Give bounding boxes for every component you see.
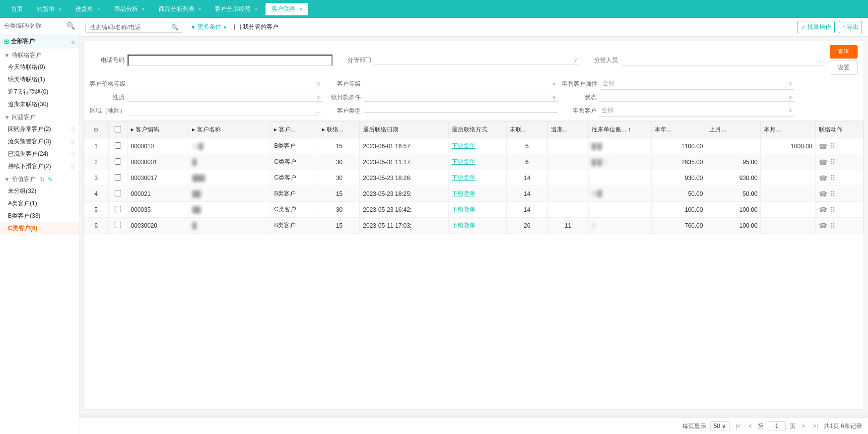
sidebar-item-7day-contact[interactable]: 近7天待联络(0) bbox=[0, 86, 79, 98]
next-page-button[interactable]: > bbox=[800, 422, 807, 431]
this-month-amount: 1000.00 bbox=[761, 138, 815, 154]
sidebar-group-pending[interactable]: ▼ 待联络客户 bbox=[0, 49, 79, 61]
last-page-button[interactable]: >| bbox=[811, 422, 820, 431]
nav-customer-segment[interactable]: 客户分层经营 × bbox=[209, 3, 264, 15]
search-input[interactable] bbox=[90, 24, 169, 31]
filter-payment-select[interactable]: ∨ bbox=[364, 93, 558, 102]
contact-days: 30 bbox=[319, 154, 360, 170]
sidebar-item-overdue-contact[interactable]: 逾期未联络(30) bbox=[0, 98, 79, 111]
contact-action-icon[interactable]: ☎ bbox=[819, 174, 827, 182]
close-icon[interactable]: × bbox=[255, 6, 258, 12]
page-number-input[interactable] bbox=[768, 421, 786, 431]
filter-customer-level-select[interactable]: ∨ bbox=[364, 79, 558, 88]
row-checkbox[interactable] bbox=[115, 222, 121, 228]
sidebar-item-class-b[interactable]: B类客户(33) bbox=[0, 210, 79, 222]
more-conditions-button[interactable]: ▼ 更多条件 ∧ bbox=[187, 21, 230, 33]
customer-type: B类客户 bbox=[271, 138, 319, 154]
export-button[interactable]: ↑ 导出 bbox=[839, 21, 862, 33]
sidebar-item-today-contact[interactable]: 今天待联络(0) bbox=[0, 61, 79, 73]
sidebar-group-problem[interactable]: ▼ 问题客户 bbox=[0, 111, 79, 123]
contact-action-icon[interactable]: ☎ bbox=[819, 158, 827, 166]
customer-name: ██ bbox=[189, 186, 271, 202]
grid-icon: ⊞ bbox=[4, 38, 9, 45]
more-action-icon[interactable]: ⠿ bbox=[830, 158, 835, 166]
filter-customer-level: 客户等级 ∨ bbox=[326, 79, 558, 88]
contact-action-icon[interactable]: ☎ bbox=[819, 190, 827, 198]
export-icon: ↑ bbox=[842, 24, 845, 31]
sidebar-item-churned[interactable]: 已流失客户(24) ⓘ bbox=[0, 148, 79, 160]
per-page-select[interactable]: 50 ∨ bbox=[710, 421, 730, 431]
th-overdue: 逾期... bbox=[547, 122, 589, 138]
filter-nature-select[interactable]: ∨ bbox=[128, 93, 322, 102]
search-icon[interactable]: 🔍 bbox=[171, 24, 179, 31]
settings-button[interactable]: 设置 bbox=[830, 61, 858, 75]
contact-method-link[interactable]: 下销货单 bbox=[452, 206, 475, 213]
sidebar-all-customers[interactable]: ⊞ 全部客户 « bbox=[0, 34, 79, 49]
sidebar-item-ungrouped[interactable]: 未分组(32) bbox=[0, 185, 79, 197]
more-options-button[interactable]: ... bbox=[819, 57, 824, 63]
contact-method-link[interactable]: 下销货单 bbox=[452, 142, 475, 149]
close-icon[interactable]: × bbox=[59, 6, 62, 12]
row-checkbox[interactable] bbox=[115, 142, 121, 149]
filter-phone-input[interactable] bbox=[128, 55, 333, 66]
settings-icon[interactable]: ⚙ bbox=[93, 126, 99, 133]
contact-action-icon[interactable]: ☎ bbox=[819, 206, 827, 214]
close-icon[interactable]: × bbox=[299, 6, 302, 12]
contact-method-link[interactable]: 下销货单 bbox=[452, 190, 475, 197]
customer-code: 000035 bbox=[128, 202, 189, 218]
filter-retail-attr-select[interactable]: 全部 ∨ bbox=[601, 78, 794, 90]
filter-dept-select[interactable]: ∨ bbox=[374, 56, 579, 64]
query-button[interactable]: 查询 bbox=[830, 45, 858, 59]
filter-icon: ▼ bbox=[190, 24, 196, 31]
more-action-icon[interactable]: ⠿ bbox=[830, 142, 835, 150]
row-checkbox[interactable] bbox=[115, 174, 121, 181]
batch-operation-button[interactable]: ✓ 批量操作 bbox=[798, 21, 835, 33]
contact-action-icon[interactable]: ☎ bbox=[819, 222, 827, 230]
sidebar-item-class-c[interactable]: C类客户(6) bbox=[0, 222, 79, 235]
close-icon[interactable]: × bbox=[142, 6, 145, 12]
contact-method-link[interactable]: 下销货单 bbox=[452, 222, 475, 229]
close-icon[interactable]: × bbox=[199, 6, 201, 12]
nav-home[interactable]: 首页 bbox=[5, 3, 29, 15]
sidebar-item-tomorrow-contact[interactable]: 明天待联络(1) bbox=[0, 73, 79, 86]
sidebar-item-churn-warning[interactable]: 流失预警客户(3) ⓘ bbox=[0, 135, 79, 148]
sidebar-search-icon[interactable]: 🔍 bbox=[67, 22, 75, 30]
more-action-icon[interactable]: ⠿ bbox=[830, 190, 835, 198]
filter-customer-type-select[interactable] bbox=[364, 109, 558, 113]
my-customers-checkbox[interactable] bbox=[234, 24, 241, 30]
row-checkbox[interactable] bbox=[115, 190, 121, 196]
row-checkbox[interactable] bbox=[115, 206, 121, 212]
filter-payment: 收付款条件 ∨ bbox=[326, 93, 558, 102]
filter-price-level-select[interactable]: ∨ bbox=[129, 79, 322, 88]
sidebar-item-abnormal-repurchase[interactable]: 回购异常客户(2) ⓘ bbox=[0, 123, 79, 135]
nav-product-analysis-list[interactable]: 商品分析列表 × bbox=[153, 3, 207, 15]
more-action-icon[interactable]: ⠿ bbox=[830, 222, 835, 230]
select-all-checkbox[interactable] bbox=[115, 126, 121, 132]
th-action: 联络动作 bbox=[815, 122, 863, 138]
sidebar-item-declining[interactable]: 持续下滑客户(2) ⓘ bbox=[0, 160, 79, 173]
filter-status-select[interactable]: ∨ bbox=[600, 93, 794, 102]
nav-product-analysis[interactable]: 商品分析 × bbox=[108, 3, 151, 15]
edit-icon[interactable]: ✎ bbox=[48, 176, 53, 183]
more-action-icon[interactable]: ⠿ bbox=[830, 174, 835, 182]
row-checkbox[interactable] bbox=[115, 158, 121, 165]
contact-action-icon[interactable]: ☎ bbox=[819, 142, 827, 150]
collapse-icon[interactable]: « bbox=[71, 38, 75, 46]
first-page-button[interactable]: |< bbox=[734, 422, 742, 431]
contact-method-link[interactable]: 下销货单 bbox=[452, 174, 475, 181]
refresh-icon[interactable]: ↻ bbox=[40, 176, 45, 183]
contact-method-link[interactable]: 下销货单 bbox=[452, 158, 475, 165]
sidebar-search-input[interactable] bbox=[4, 22, 65, 29]
nav-sales-order[interactable]: 销货单 × bbox=[31, 3, 67, 15]
region-more-button[interactable]: ... bbox=[315, 107, 320, 114]
prev-page-button[interactable]: < bbox=[746, 422, 754, 431]
nav-customer-contact[interactable]: 客户联络 × bbox=[266, 3, 308, 15]
close-icon[interactable]: × bbox=[97, 6, 100, 12]
horizontal-scrollbar[interactable] bbox=[79, 414, 868, 418]
filter-retail-customer-select[interactable]: 全部 ∨ bbox=[600, 105, 794, 117]
nav-purchase-order[interactable]: 进货单 × bbox=[69, 3, 106, 15]
more-action-icon[interactable]: ⠿ bbox=[830, 206, 835, 214]
sidebar-item-class-a[interactable]: A类客户(1) bbox=[0, 197, 79, 210]
sidebar-group-value[interactable]: ▼ 价值客户 ↻ ✎ bbox=[0, 173, 79, 185]
customer-code: 00030020 bbox=[128, 218, 189, 234]
